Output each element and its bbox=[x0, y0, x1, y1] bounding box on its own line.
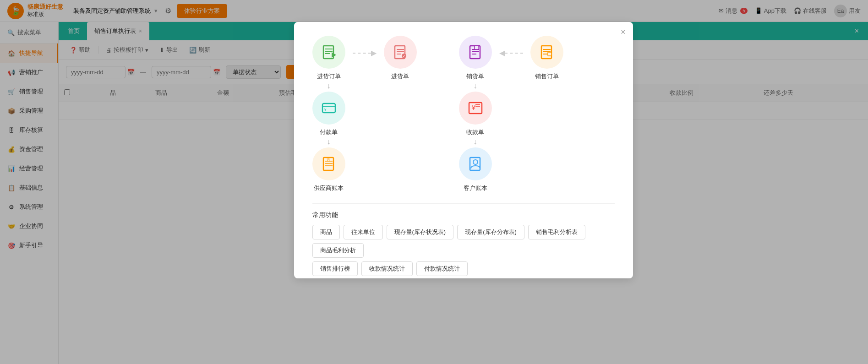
purchase-order-icon bbox=[312, 36, 345, 69]
flow-node-purchase-order: 进货订单 bbox=[312, 36, 345, 81]
overlay[interactable]: × 进货订单 ↓ bbox=[0, 0, 868, 364]
func-btn-stock-dist[interactable]: 现存量(库存分布表) bbox=[457, 225, 524, 239]
purchase-bill-icon: ✓ bbox=[384, 36, 417, 69]
func-btn-counterparty[interactable]: 往来单位 bbox=[344, 225, 383, 239]
popup-close-btn[interactable]: × bbox=[621, 27, 626, 37]
payment-icon: ¥ bbox=[312, 92, 345, 125]
supplier-label: 供应商账本 bbox=[314, 184, 344, 192]
svg-rect-34 bbox=[548, 52, 551, 56]
sales-bill-icon bbox=[459, 36, 492, 69]
flow-node-sales-order: 销售订单 bbox=[530, 36, 563, 81]
popup: × 进货订单 ↓ bbox=[294, 22, 633, 278]
common-functions: 常用功能 商品 往来单位 现存量(库存状况表) 现存量(库存分布表) 销售毛利分… bbox=[312, 203, 615, 276]
supplier-icon: 供 bbox=[312, 147, 345, 180]
func-btn-sales-rank[interactable]: 销售排行榜 bbox=[312, 261, 358, 276]
purchase-order-label: 进货订单 bbox=[317, 72, 341, 81]
arrow-down-2: ↓ bbox=[474, 81, 477, 92]
func-btn-payment-stats[interactable]: 付款情况统计 bbox=[416, 261, 468, 276]
receipt-label: 收款单 bbox=[466, 128, 484, 136]
flow-col-4: 销售订单 bbox=[530, 36, 563, 167]
flow-node-purchase-bill: ✓ 进货单 bbox=[384, 36, 417, 81]
func-btn-goods-profit[interactable]: 商品毛利分析 bbox=[312, 243, 364, 258]
svg-text:¥: ¥ bbox=[324, 108, 327, 112]
flow-col-2: ✓ 进货单 bbox=[384, 36, 417, 167]
flow-col-3: 销货单 ↓ ¥ 收款单 ↓ bbox=[459, 36, 492, 192]
arrow-h-2: ◀ bbox=[499, 36, 523, 57]
payment-label: 付款单 bbox=[320, 128, 338, 136]
customer-label: 客户账本 bbox=[464, 184, 487, 192]
flow-node-payment: ¥ 付款单 bbox=[312, 92, 345, 136]
svg-text:✓: ✓ bbox=[403, 54, 406, 58]
func-btns-row1: 商品 往来单位 现存量(库存状况表) 现存量(库存分布表) 销售毛利分析表 商品… bbox=[312, 225, 615, 258]
flow-node-supplier: 供 供应商账本 bbox=[312, 147, 345, 192]
arrow-h-1: ▶ bbox=[353, 36, 377, 57]
svg-rect-23 bbox=[475, 46, 478, 49]
receipt-icon: ¥ bbox=[459, 92, 492, 125]
arrow-down-1: ↓ bbox=[327, 81, 331, 92]
sales-order-icon bbox=[530, 36, 563, 69]
func-btn-goods[interactable]: 商品 bbox=[312, 225, 340, 239]
func-btns-row2: 销售排行榜 收款情况统计 付款情况统计 bbox=[312, 261, 615, 276]
sales-order-label: 销售订单 bbox=[535, 72, 559, 81]
flow-node-customer: 客户账本 bbox=[459, 147, 492, 192]
flow-node-sales-bill: 销货单 bbox=[459, 36, 492, 81]
svg-point-29 bbox=[473, 160, 478, 164]
flow-node-receipt: ¥ 收款单 bbox=[459, 92, 492, 136]
arrow-down-3: ↓ bbox=[327, 136, 331, 147]
func-btn-receipt-stats[interactable]: 收款情况统计 bbox=[361, 261, 413, 276]
svg-text:供: 供 bbox=[327, 158, 330, 161]
flow-col-1: 进货订单 ↓ ¥ 付款单 ↓ bbox=[312, 36, 345, 192]
common-functions-title: 常用功能 bbox=[312, 211, 615, 219]
svg-text:¥: ¥ bbox=[471, 104, 475, 111]
func-btn-stock-status[interactable]: 现存量(库存状况表) bbox=[387, 225, 454, 239]
flow-diagram: 进货订单 ↓ ¥ 付款单 ↓ bbox=[312, 36, 615, 192]
sales-bill-label: 销货单 bbox=[466, 72, 484, 81]
purchase-bill-label: 进货单 bbox=[391, 72, 409, 81]
popup-content: 进货订单 ↓ ¥ 付款单 ↓ bbox=[294, 22, 633, 278]
func-btn-sales-profit[interactable]: 销售毛利分析表 bbox=[528, 225, 585, 239]
arrow-down-4: ↓ bbox=[474, 136, 477, 147]
customer-icon bbox=[459, 147, 492, 180]
